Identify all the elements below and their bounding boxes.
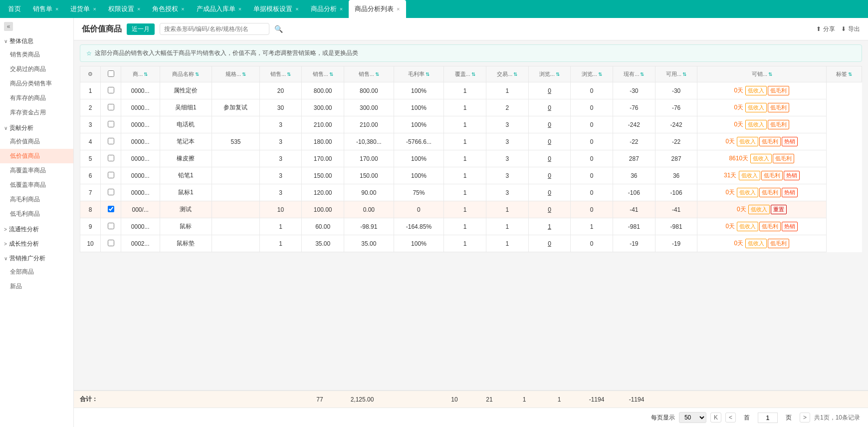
row-select-checkbox[interactable]: [108, 206, 114, 212]
browse1-link[interactable]: 0: [548, 206, 551, 213]
row-select-checkbox[interactable]: [108, 121, 114, 127]
sort-icon[interactable]: ⇅: [195, 71, 199, 77]
col-header-sales_cost[interactable]: 销售...⇅: [344, 66, 394, 82]
sort-icon[interactable]: ⇅: [329, 71, 333, 77]
sidebar-item-高价值商品[interactable]: 高价值商品: [0, 134, 73, 149]
nav-close-icon[interactable]: ×: [93, 6, 96, 12]
period-button[interactable]: 近一月: [127, 23, 155, 35]
sort-icon[interactable]: ⇅: [768, 71, 772, 77]
sidebar-item-低毛利商品[interactable]: 低毛利商品: [0, 207, 73, 221]
sidebar-item-交易过的商品[interactable]: 交易过的商品: [0, 62, 73, 76]
page-size-select[interactable]: 50 100 200: [679, 412, 706, 423]
row-select-checkbox[interactable]: [108, 223, 114, 229]
next-page-button[interactable]: >: [800, 413, 810, 423]
sort-icon[interactable]: ⇅: [375, 71, 379, 77]
sort-icon[interactable]: ⇅: [598, 71, 602, 77]
nav-item-进货单[interactable]: 进货单×: [64, 0, 102, 18]
browse1-link[interactable]: 0: [548, 189, 551, 196]
nav-close-icon[interactable]: ×: [181, 6, 184, 12]
sort-icon[interactable]: ⇅: [556, 71, 560, 77]
browse1-link[interactable]: 0: [548, 172, 551, 179]
sidebar-group-整体信息[interactable]: ∨整体信息: [0, 33, 73, 47]
col-header-sales_amt[interactable]: 销售...⇅: [302, 66, 344, 82]
sidebar-item-库存资金占用[interactable]: 库存资金占用: [0, 105, 73, 120]
nav-close-icon[interactable]: ×: [295, 6, 298, 12]
sort-icon[interactable]: ⇅: [471, 71, 475, 77]
col-header-days[interactable]: 标签⇅: [827, 66, 862, 82]
nav-item-权限设置[interactable]: 权限设置×: [102, 0, 146, 18]
nav-item-产成品入库单[interactable]: 产成品入库单×: [191, 0, 247, 18]
sort-icon[interactable]: ⇅: [848, 71, 852, 77]
col-header-stock3[interactable]: 可销...⇅: [697, 66, 827, 82]
row-select-checkbox[interactable]: [108, 138, 114, 144]
sort-icon[interactable]: ⇅: [144, 71, 148, 77]
col-header-trade[interactable]: 交易...⇅: [486, 66, 528, 82]
sidebar-item-高覆盖率商品[interactable]: 高覆盖率商品: [0, 163, 73, 178]
browse1-link[interactable]: 0: [548, 155, 551, 162]
col-header-settings[interactable]: ⚙: [80, 66, 101, 82]
row-select-checkbox[interactable]: [108, 172, 114, 178]
col-header-browse2[interactable]: 浏览...⇅: [571, 66, 613, 82]
sidebar-group-营销推广分析[interactable]: ∨营销推广分析: [0, 250, 73, 265]
sidebar-item-低覆盖率商品[interactable]: 低覆盖率商品: [0, 178, 73, 192]
sidebar-item-新品[interactable]: 新品: [0, 279, 73, 294]
col-header-name[interactable]: 商品名称⇅: [160, 66, 212, 82]
sidebar-group-流通性分析[interactable]: >流通性分析: [0, 221, 73, 236]
col-header-stock1[interactable]: 现有...⇅: [613, 66, 655, 82]
browse1-link[interactable]: 0: [548, 104, 551, 111]
nav-close-icon[interactable]: ×: [137, 6, 140, 12]
export-button[interactable]: ⬇ 导出: [841, 25, 860, 33]
sidebar-item-全部商品[interactable]: 全部商品: [0, 265, 73, 279]
sidebar-item-商品分类销售率[interactable]: 商品分类销售率: [0, 76, 73, 91]
row-select-checkbox[interactable]: [108, 155, 114, 161]
col-header-margin[interactable]: 毛利率⇅: [394, 66, 444, 82]
browse1-link[interactable]: 1: [548, 223, 551, 230]
browse1-link[interactable]: 0: [548, 240, 551, 247]
sidebar-item-低价值商品[interactable]: 低价值商品: [0, 149, 73, 163]
search-input[interactable]: [160, 23, 269, 35]
col-header-checkbox[interactable]: [101, 66, 121, 82]
row-select-checkbox[interactable]: [108, 104, 114, 110]
nav-item-首页[interactable]: 首页: [2, 0, 27, 18]
sidebar-group-贡献分析[interactable]: ∨贡献分析: [0, 120, 73, 134]
browse1-link[interactable]: 0: [548, 87, 551, 94]
sidebar-item-有库存的商品[interactable]: 有库存的商品: [0, 91, 73, 105]
col-header-code[interactable]: 商...⇅: [121, 66, 160, 82]
nav-close-icon[interactable]: ×: [340, 6, 343, 12]
sort-icon[interactable]: ⇅: [640, 71, 644, 77]
row-select-checkbox[interactable]: [108, 240, 114, 246]
prev-page-button[interactable]: <: [725, 413, 736, 423]
share-button[interactable]: ⬆ 分享: [816, 25, 835, 33]
nav-item-销售单[interactable]: 销售单×: [27, 0, 64, 18]
nav-close-icon[interactable]: ×: [238, 6, 241, 12]
nav-item-角色授权[interactable]: 角色授权×: [146, 0, 190, 18]
page-number-input[interactable]: [758, 413, 778, 423]
search-icon[interactable]: 🔍: [274, 25, 283, 33]
nav-item-商品分析列表[interactable]: 商品分析列表×: [349, 0, 406, 18]
sidebar-collapse-button[interactable]: «: [4, 22, 13, 31]
nav-close-icon[interactable]: ×: [397, 6, 400, 12]
col-header-sales_qty[interactable]: 销售...⇅: [259, 66, 302, 82]
select-all-checkbox[interactable]: [108, 70, 114, 77]
browse1-link[interactable]: 0: [548, 138, 551, 145]
browse1-link[interactable]: 0: [548, 121, 551, 128]
settings-icon[interactable]: ⚙: [88, 71, 93, 77]
col-header-browse1[interactable]: 浏览...⇅: [528, 66, 571, 82]
col-header-spec[interactable]: 规格...⇅: [212, 66, 259, 82]
sort-icon[interactable]: ⇅: [287, 71, 291, 77]
sort-icon[interactable]: ⇅: [682, 71, 686, 77]
row-select-checkbox[interactable]: [108, 87, 114, 93]
nav-item-单据模板设置[interactable]: 单据模板设置×: [247, 0, 304, 18]
sort-icon[interactable]: ⇅: [242, 71, 246, 77]
first-page-button[interactable]: K: [710, 413, 721, 423]
col-header-coverage[interactable]: 覆盖...⇅: [444, 66, 486, 82]
sort-icon[interactable]: ⇅: [513, 71, 517, 77]
col-header-stock2[interactable]: 可用...⇅: [655, 66, 697, 82]
nav-close-icon[interactable]: ×: [55, 6, 58, 12]
row-select-checkbox[interactable]: [108, 189, 114, 195]
sidebar-item-高毛利商品[interactable]: 高毛利商品: [0, 192, 73, 207]
sort-icon[interactable]: ⇅: [426, 71, 430, 77]
nav-item-商品分析[interactable]: 商品分析×: [305, 0, 349, 18]
sidebar-group-成长性分析[interactable]: >成长性分析: [0, 236, 73, 250]
sidebar-item-销售类商品[interactable]: 销售类商品: [0, 47, 73, 62]
